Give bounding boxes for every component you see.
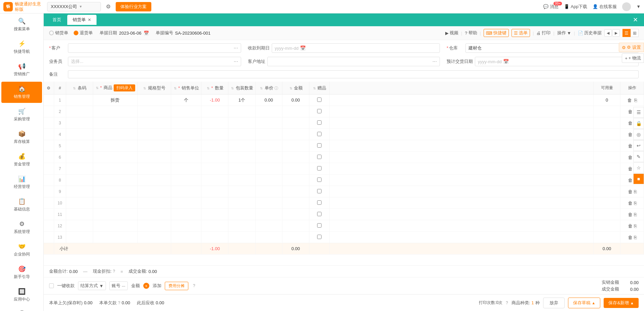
delete-row-button[interactable]: 🗑 [628, 189, 633, 194]
grid-view-button[interactable]: ⊞ [631, 29, 639, 37]
online-service-button[interactable]: 👤 在线客服 [593, 4, 617, 10]
sidebar-item-search[interactable]: 🔍 搜索菜单 [1, 14, 42, 35]
salesperson-input[interactable]: 选择... ··· [68, 57, 241, 66]
list-view-button[interactable]: ☰ [622, 29, 631, 37]
next-page-button[interactable]: ▶ [612, 29, 620, 37]
cell-spec[interactable] [137, 94, 171, 106]
account-select[interactable]: 账号 ··· [109, 281, 128, 290]
calendar-icon[interactable]: 📅 [144, 31, 149, 36]
sidebar-item-appstore[interactable]: 🔲 应用中心 [1, 284, 42, 306]
cell-goods[interactable]: 拆货 [93, 94, 137, 106]
delete-row-button[interactable]: 🗑 [628, 223, 633, 229]
print-action[interactable]: 🖨 打印 [536, 30, 551, 36]
select-action[interactable]: ☰ 选单 [512, 29, 530, 37]
customer-input[interactable]: ··· [68, 43, 241, 53]
cell-unit[interactable]: 个 [171, 94, 201, 106]
close-all-tabs-button[interactable]: ✕ [633, 16, 638, 24]
cell-amount[interactable]: 0.00 [282, 94, 309, 106]
float-btn-7[interactable]: ■ [633, 173, 644, 184]
delete-row-button[interactable]: 🗑 [628, 235, 633, 240]
content-area: 首页 销货单 ✕ ✕ 销货单 退货单 [44, 13, 644, 311]
expense-info-icon[interactable]: ? [193, 283, 195, 288]
delete-row-button[interactable]: 🗑 [627, 98, 632, 103]
radio-return[interactable]: 退货单 [74, 30, 93, 36]
print-info-icon[interactable]: ? [506, 301, 508, 305]
delete-row-button[interactable]: 🗑 [628, 155, 633, 160]
save-new-button[interactable]: 保存&新增 ▲ [604, 298, 639, 308]
tab-home[interactable]: 首页 [47, 15, 67, 25]
method-select[interactable]: 结算方式 ▼ [78, 281, 106, 290]
abandon-button[interactable]: 放弃 [543, 298, 565, 308]
warehouse-input[interactable]: 建材仓 ··· [465, 43, 639, 53]
help-action[interactable]: ? 帮助 [465, 30, 477, 36]
copy-row-button[interactable]: ⎘ [634, 212, 637, 217]
sidebar-item-basic[interactable]: 📋 基础信息 [1, 194, 42, 216]
delete-row-button[interactable]: 🗑 [628, 200, 633, 206]
settings-side-button[interactable]: ⚙ ⚙ 设置 [619, 43, 644, 52]
settings-button[interactable]: ⚙ [104, 2, 113, 11]
shortcut-action[interactable]: ⌨ 快捷键 [484, 29, 509, 37]
radio-circle-return [74, 31, 78, 35]
cell-gift[interactable] [309, 94, 329, 106]
gift-checkbox[interactable] [317, 98, 321, 102]
cell-qty[interactable]: -1.00 [201, 94, 228, 106]
delete-row-button[interactable]: 🗑 [628, 109, 633, 114]
goods-type: 商品种类: 1 种 [512, 300, 540, 306]
tab-close-icon[interactable]: ✕ [88, 17, 91, 22]
logistics-button[interactable]: + + 物流 [622, 53, 644, 63]
radio-sales[interactable]: 销货单 [49, 30, 68, 36]
float-btn-4[interactable]: ↩ [633, 140, 644, 151]
notes-input[interactable] [68, 70, 639, 78]
operations-action[interactable]: 操作 ▼ [557, 30, 571, 36]
sidebar-item-guide[interactable]: 🎯 新手引导 [1, 262, 42, 283]
delete-row-button[interactable]: 🗑 [628, 166, 633, 171]
sidebar-item-business[interactable]: 📊 经营管理 [1, 172, 42, 193]
history-action[interactable]: 📄 历史单据 [578, 30, 602, 36]
cell-pkg[interactable]: 1个 [228, 94, 255, 106]
sidebar-item-purchase[interactable]: 🛒 采购管理 [1, 104, 42, 125]
one-click-checkbox[interactable] [49, 283, 54, 288]
tab-sales-order[interactable]: 销货单 ✕ [67, 15, 97, 25]
delete-row-button[interactable]: 🗑 [628, 120, 633, 126]
sidebar-item-system[interactable]: ⚙ 系统管理 [1, 217, 42, 238]
add-payment-button[interactable]: + [143, 283, 149, 289]
save-draft-button[interactable]: 保存草稿 ▲ [568, 298, 601, 308]
copy-row-button[interactable]: ⎘ [634, 223, 637, 229]
copy-row-button[interactable]: ⎘ [634, 98, 637, 103]
th-settings[interactable]: ⚙ [44, 82, 54, 94]
sidebar-item-marketing[interactable]: 📢 营销推广 [1, 59, 42, 80]
message-button[interactable]: 💬 消息 99+ [543, 4, 559, 10]
cell-price[interactable]: 0.00 [255, 94, 282, 106]
owe-info-icon[interactable]: ? [118, 301, 120, 305]
cell-barcode[interactable] [66, 94, 93, 106]
app-download-button[interactable]: 📱 App下载 [564, 4, 587, 10]
prev-page-button[interactable]: ◀ [604, 29, 612, 37]
delete-row-button[interactable]: 🗑 [628, 212, 633, 217]
sidebar-item-wechat[interactable]: 💬 企业微信 [1, 307, 42, 311]
due-date-input[interactable]: yyyy-mm-dd 📅 [272, 43, 440, 53]
copy-row-button[interactable]: ⎘ [634, 200, 637, 206]
expense-split-button[interactable]: 费用分摊 [165, 282, 188, 290]
discount-info-icon[interactable]: ? [113, 269, 115, 274]
video-action[interactable]: ▶ 视频 [445, 30, 458, 36]
delete-row-button[interactable]: 🗑 [628, 132, 633, 137]
delete-row-button[interactable]: 🗑 [628, 178, 633, 183]
expected-delivery-input[interactable]: yyyy-mm-dd 📅 [475, 57, 639, 66]
float-btn-6[interactable]: ☆ [633, 162, 644, 173]
company-selector[interactable]: XXXXXX公司 ▼ [47, 2, 101, 11]
delete-row-button[interactable]: 🗑 [628, 143, 633, 149]
float-btn-3[interactable]: ◎ [633, 129, 644, 140]
scan-button[interactable]: 扫码录入 [114, 84, 135, 91]
copy-row-button[interactable]: ⎘ [634, 235, 637, 240]
sidebar-item-inventory[interactable]: 📦 库存核算 [1, 127, 42, 148]
copy-row-button[interactable]: ⎘ [634, 189, 637, 194]
sidebar-item-enterprise[interactable]: 🤝 企业协同 [1, 239, 42, 261]
sidebar-item-quick-nav[interactable]: ⚡ 快捷导航 [1, 37, 42, 58]
float-btn-5[interactable]: ✎ [633, 151, 644, 162]
trial-button[interactable]: 体验行业方案 [116, 2, 151, 11]
sidebar-item-sales[interactable]: 🏠 销售管理 [1, 82, 42, 103]
customer-addr-input[interactable]: ··· [267, 57, 440, 66]
sidebar-item-finance[interactable]: 💰 资金管理 [1, 149, 42, 170]
float-btn-2[interactable]: 🔒 [633, 118, 644, 129]
float-btn-1[interactable]: ☰ [633, 107, 644, 118]
